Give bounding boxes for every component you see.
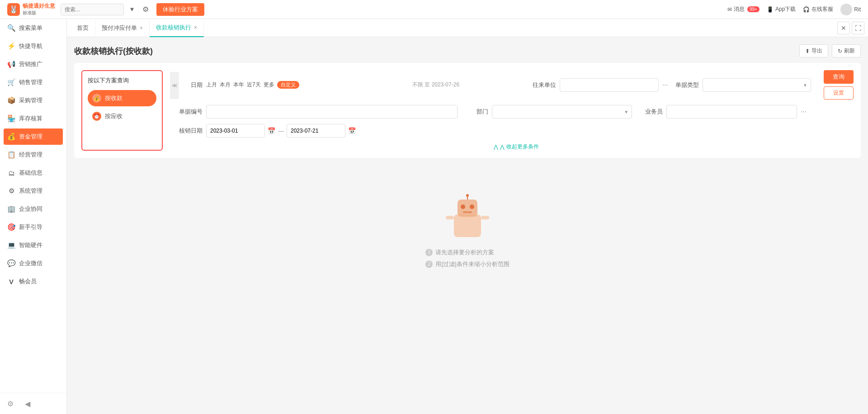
user-area[interactable]: Rit: [840, 4, 861, 15]
industry-btn[interactable]: 休验行业方案: [156, 3, 204, 16]
guide-icon: 🎯: [7, 223, 15, 231]
counterparty-dots[interactable]: ···: [662, 81, 668, 89]
bill-type-select[interactable]: [703, 78, 811, 92]
settings-filter-btn[interactable]: 设置: [824, 86, 854, 100]
sidebar-item-basic-info[interactable]: 🗂 基础信息: [0, 164, 66, 182]
sidebar-label-quicknav: 快捷导航: [19, 42, 42, 50]
sidebar-item-search[interactable]: 🔍 搜索菜单: [0, 19, 66, 37]
counterparty-input[interactable]: [560, 78, 659, 92]
tab-controls: ✕ ⛶: [837, 22, 864, 34]
receipt-verify-tab-label: 收款核销执行: [156, 24, 191, 32]
filter-collapse-btn[interactable]: ≪: [170, 72, 179, 99]
date-last-month[interactable]: 上月: [206, 81, 217, 89]
sidebar-label-marketing: 营销推广: [19, 60, 42, 68]
sidebar-item-member[interactable]: V 畅会员: [0, 272, 66, 290]
sidebar-settings-btn[interactable]: ⚙: [4, 397, 17, 410]
sidebar-item-operations[interactable]: 📋 经营管理: [0, 146, 66, 164]
sidebar-item-hardware[interactable]: 💻 智能硬件: [0, 236, 66, 254]
filter-fields: 日期 上月 本月 本年 近7天 更多 自定义: [179, 70, 854, 151]
sidebar-collapse-btn[interactable]: ◀: [21, 397, 34, 410]
svg-rect-0: [454, 214, 481, 237]
sidebar-item-finance[interactable]: 💰 资金管理: [4, 128, 63, 145]
sidebar-bottom: ⚙ ◀: [0, 393, 66, 414]
purchase-icon: 📦: [7, 96, 15, 105]
sidebar-item-system[interactable]: ⚙ 系统管理: [0, 182, 66, 200]
sidebar-item-sales[interactable]: 🛒 销售管理: [0, 73, 66, 91]
sidebar-item-weixin[interactable]: 💬 企业微信: [0, 254, 66, 272]
query-btn[interactable]: 查询: [824, 70, 854, 84]
verify-date-label: 核销日期: [179, 127, 203, 135]
message-label: 消息: [734, 5, 745, 13]
sidebar-item-quicknav[interactable]: ⚡ 快捷导航: [0, 37, 66, 55]
robot-svg: [440, 194, 495, 239]
sidebar-item-inventory[interactable]: 🏪 库存核算: [0, 109, 66, 128]
tab-expand-btn[interactable]: ⛶: [852, 22, 864, 34]
home-tab-label: 首页: [77, 24, 89, 32]
sidebar-label-finance: 资金管理: [19, 133, 42, 141]
tab-home[interactable]: 首页: [71, 19, 95, 37]
online-service-btn[interactable]: 🎧 在线客服: [803, 5, 833, 13]
verify-start-calendar-icon[interactable]: 📅: [268, 127, 275, 134]
sidebar-label-inventory: 库存核算: [19, 114, 42, 123]
app-download-btn[interactable]: 📱 App下载: [767, 5, 796, 13]
operations-icon: 📋: [7, 151, 15, 159]
top-search-input[interactable]: [61, 4, 124, 15]
export-btn[interactable]: ⬆ 导出: [799, 44, 828, 57]
member-icon: V: [7, 278, 15, 286]
staff-label: 业务员: [639, 108, 663, 116]
tab-receipt-verify[interactable]: 收款核销执行 ×: [150, 19, 204, 37]
hardware-icon: 💻: [7, 241, 15, 249]
refresh-btn[interactable]: ↻ 刷新: [832, 44, 861, 57]
svg-rect-8: [481, 216, 489, 219]
sidebar-item-enterprise[interactable]: 🏢 企业协同: [0, 200, 66, 218]
page-title-actions: ⬆ 导出 ↻ 刷新: [799, 44, 861, 57]
user-avatar: [840, 4, 852, 15]
prepay-tab-close[interactable]: ×: [140, 25, 143, 31]
robot-illustration: [440, 194, 495, 239]
message-btn[interactable]: ✉ 消息 99+: [727, 5, 760, 13]
date-this-year[interactable]: 本年: [233, 81, 244, 89]
empty-area: 1 请先选择要分析的方案 2 用[过滤]条件来缩小分析范围: [74, 158, 861, 306]
date-custom-badge[interactable]: 自定义: [277, 81, 299, 89]
date-more[interactable]: 更多: [264, 81, 274, 89]
prepay-tab-label: 预付冲应付单: [102, 24, 137, 32]
sidebar-item-guide[interactable]: 🎯 新手引导: [0, 218, 66, 236]
staff-input[interactable]: [666, 105, 797, 119]
filter-by-receivable[interactable]: ⏰ 按应收: [88, 108, 156, 124]
filter-sidebar: 按以下方案查询 💰 按收款 ⏰ 按应收: [81, 70, 163, 151]
top-dropdown-icon[interactable]: ▼: [127, 5, 137, 14]
verify-date-start[interactable]: [206, 124, 265, 138]
top-bar: 🐰 畅捷通好生意 标准版 ▼ ⚙ 休验行业方案 ✉ 消息 99+ 📱 App下载…: [0, 0, 868, 19]
bill-no-input[interactable]: [206, 105, 458, 119]
bill-no-label: 单据编号: [179, 108, 203, 116]
tab-prepay[interactable]: 预付冲应付单 ×: [95, 19, 150, 37]
sidebar-item-purchase[interactable]: 📦 采购管理: [0, 91, 66, 109]
basic-info-icon: 🗂: [7, 169, 15, 177]
staff-dots[interactable]: ···: [801, 108, 807, 116]
dept-select[interactable]: [492, 105, 632, 119]
svg-point-6: [466, 194, 469, 197]
date-group: 日期 上月 本月 本年 近7天 更多 自定义: [179, 81, 405, 89]
sidebar-label-purchase: 采购管理: [19, 96, 42, 105]
verify-end-calendar-icon[interactable]: 📅: [348, 127, 356, 134]
svg-point-2: [461, 205, 465, 209]
receipt-verify-tab-close[interactable]: ×: [194, 24, 197, 31]
page-title-bar: 收款核销执行(按收款) ⬆ 导出 ↻ 刷新: [74, 44, 861, 57]
inventory-icon: 🏪: [7, 114, 15, 123]
verify-date-end[interactable]: [287, 124, 345, 138]
user-name: Rit: [854, 6, 861, 13]
date-7days[interactable]: 近7天: [247, 81, 261, 89]
bill-type-select-wrap: ▼: [703, 78, 811, 92]
date-this-month[interactable]: 本月: [220, 81, 231, 89]
top-gear-icon[interactable]: ⚙: [140, 4, 151, 15]
counterparty-label: 往来单位: [533, 81, 556, 89]
app-version: 标准版: [23, 10, 55, 16]
tab-bar: 首页 预付冲应付单 × 收款核销执行 × ✕ ⛶: [67, 19, 868, 37]
filter-by-receipt[interactable]: 💰 按收款: [88, 90, 156, 106]
sidebar-label-member: 畅会员: [19, 277, 37, 286]
bill-type-label: 单据类型: [675, 81, 699, 89]
sidebar-item-marketing[interactable]: 📢 营销推广: [0, 55, 66, 73]
collapse-more-btn[interactable]: ⋀ ⋀ 收起更多条件: [494, 143, 538, 151]
tab-close-btn[interactable]: ✕: [837, 22, 850, 34]
page-title: 收款核销执行(按收款): [74, 46, 153, 57]
